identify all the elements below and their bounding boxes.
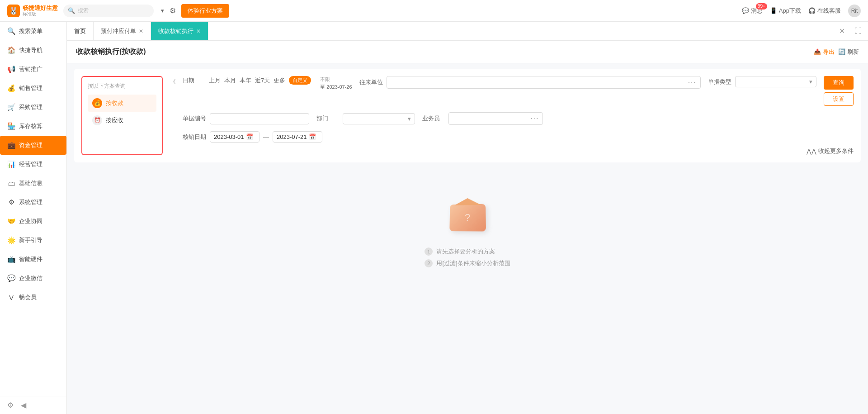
expand-tab-icon[interactable]: ⛶: [852, 25, 864, 38]
sidebar-icon-system: ⚙: [7, 198, 15, 206]
collapse-filter-button[interactable]: 《: [168, 76, 177, 155]
doc-no-input[interactable]: [214, 115, 305, 122]
counterpart-dots[interactable]: ···: [688, 78, 697, 86]
logo: 🐰 畅捷通好生意 标准版: [7, 5, 58, 17]
sidebar-label-basic: 基础信息: [19, 179, 42, 187]
search-bar[interactable]: 🔍 搜索: [63, 5, 154, 17]
date-7days[interactable]: 近7天: [255, 76, 270, 85]
doc-no-label: 单据编号: [183, 114, 206, 123]
filter-receipt-label: 按收款: [106, 99, 123, 107]
sidebar-item-purchase[interactable]: 🛒 采购管理: [0, 98, 66, 117]
filter-receivable-label: 按应收: [106, 116, 123, 124]
sidebar-item-inventory[interactable]: 🏪 库存核算: [0, 117, 66, 136]
calendar-start-icon: 📅: [246, 133, 253, 140]
export-button[interactable]: 📤 导出: [814, 48, 835, 56]
sidebar-icon-search: 🔍: [7, 27, 15, 35]
sidebar-item-weixin[interactable]: 💬 企业微信: [0, 269, 66, 288]
tab-receipt-writeoff[interactable]: 收款核销执行✕: [151, 22, 208, 40]
sidebar-icon-member: V: [7, 293, 15, 301]
sidebar-item-marketing[interactable]: 📢 营销推广: [0, 60, 66, 79]
refresh-button[interactable]: 🔄 刷新: [838, 48, 859, 56]
tab-close-prepay[interactable]: ✕: [139, 28, 143, 34]
date-separator: —: [263, 133, 269, 140]
gear-icon[interactable]: ⚙: [170, 6, 176, 15]
page-title: 收款核销执行(按收款): [76, 47, 146, 63]
sidebar-icon-hardware: 📺: [7, 255, 15, 263]
sidebar-label-member: 畅会员: [19, 293, 37, 301]
doc-type-select[interactable]: ▾: [735, 76, 816, 87]
top-bar: 🐰 畅捷通好生意 标准版 🔍 搜索 ▾ ⚙ 体验行业方案 💬 消息 99+ 📱 …: [0, 0, 868, 22]
date-more[interactable]: 更多: [274, 76, 285, 85]
staff-dots[interactable]: ···: [530, 114, 539, 123]
writeoff-start-text: 2023-03-01: [214, 133, 244, 140]
user-avatar[interactable]: Rit: [848, 5, 861, 17]
counterpart-input[interactable]: [391, 79, 686, 86]
doc-no-input-wrap: [210, 113, 309, 124]
sidebar-item-system[interactable]: ⚙ 系统管理: [0, 193, 66, 212]
writeoff-end-input[interactable]: 2023-07-21 📅: [273, 131, 322, 143]
tip-number-2: 2: [425, 259, 433, 267]
staff-input[interactable]: [453, 115, 528, 122]
sidebar-icon-purchase: 🛒: [7, 103, 15, 111]
sidebar-label-finance: 资金管理: [19, 141, 42, 149]
sidebar-item-sales[interactable]: 💰 销售管理: [0, 79, 66, 98]
date-custom-tag[interactable]: 自定义: [289, 76, 311, 85]
message-badge: 99+: [756, 3, 767, 10]
sidebar-label-sales: 销售管理: [19, 84, 42, 92]
empty-tip-1: 1 请先选择要分析的方案: [425, 247, 510, 256]
tab-label-receipt-writeoff: 收款核销执行: [158, 27, 193, 35]
message-button[interactable]: 💬 消息 99+: [742, 7, 763, 15]
sidebar-item-hardware[interactable]: 📺 智能硬件: [0, 250, 66, 269]
sidebar-item-guide[interactable]: 🌟 新手引导: [0, 231, 66, 250]
sidebar-icon-basic: 🗃: [7, 179, 15, 187]
query-button[interactable]: 查询: [824, 76, 854, 90]
sidebar-item-quick[interactable]: 🏠 快捷导航: [0, 41, 66, 60]
sidebar-bottom: ⚙ ◀: [0, 396, 66, 414]
collapse-sidebar-icon[interactable]: ◀: [21, 401, 26, 409]
doc-type-label: 单据类型: [708, 78, 731, 86]
filter-by-receivable[interactable]: ⏰ 按应收: [88, 112, 156, 129]
logo-icon: 🐰: [7, 5, 20, 17]
dept-select[interactable]: ▾: [343, 113, 415, 124]
collapse-more-label: 收起更多条件: [818, 147, 854, 155]
sidebar-label-system: 系统管理: [19, 198, 42, 206]
sidebar-label-quick: 快捷导航: [19, 46, 42, 54]
filter-sidebar-title: 按以下方案查询: [88, 82, 156, 90]
sidebar-label-search: 搜索菜单: [19, 27, 42, 35]
tab-prepay[interactable]: 预付冲应付单✕: [94, 22, 151, 40]
solution-button[interactable]: 体验行业方案: [181, 4, 229, 18]
tab-bar-right: ✕ ⛶: [835, 25, 868, 38]
query-area: 日期 上月 本月 本年 近7天 更多 自定义 不限: [183, 76, 854, 155]
content-area: 首页预付冲应付单✕收款核销执行✕ ✕ ⛶ 收款核销执行(按收款) 📤 导出 🔄: [67, 22, 868, 414]
refresh-label: 刷新: [847, 48, 859, 56]
tip-text-1: 请先选择要分析的方案: [436, 247, 495, 256]
dropdown-arrow[interactable]: ▾: [161, 7, 164, 14]
date-this-year[interactable]: 本年: [240, 76, 251, 85]
sidebar-label-operation: 经营管理: [19, 160, 42, 168]
collapse-more-button[interactable]: ⋀⋀ 收起更多条件: [183, 147, 854, 155]
sidebar-item-member[interactable]: V 畅会员: [0, 288, 66, 307]
sidebar-item-basic[interactable]: 🗃 基础信息: [0, 174, 66, 193]
page-actions: 📤 导出 🔄 刷新: [814, 48, 859, 62]
app-download-button[interactable]: 📱 App下载: [770, 7, 801, 15]
close-tab-icon[interactable]: ✕: [835, 25, 848, 38]
receipt-icon: 💰: [92, 98, 102, 108]
app-label: App下载: [779, 7, 801, 15]
staff-label: 业务员: [422, 114, 445, 123]
tab-home[interactable]: 首页: [67, 22, 94, 40]
setting-button[interactable]: 设置: [824, 92, 854, 106]
date-this-month[interactable]: 本月: [224, 76, 236, 85]
counterpart-input-wrap: ···: [387, 76, 701, 89]
customer-service-button[interactable]: 🎧 在线客服: [808, 7, 841, 15]
tab-close-receipt-writeoff[interactable]: ✕: [196, 28, 201, 34]
sidebar-item-finance[interactable]: 💼 资金管理: [0, 136, 66, 155]
date-last-month[interactable]: 上月: [209, 76, 221, 85]
sidebar-item-cooperation[interactable]: 🤝 企业协同: [0, 212, 66, 231]
settings-icon[interactable]: ⚙: [7, 401, 14, 409]
search-placeholder: 搜索: [78, 7, 89, 14]
writeoff-start-input[interactable]: 2023-03-01 📅: [210, 131, 259, 143]
filter-by-receipt[interactable]: 💰 按收款: [88, 95, 156, 112]
sidebar-label-purchase: 采购管理: [19, 103, 42, 111]
sidebar-item-operation[interactable]: 📊 经营管理: [0, 155, 66, 174]
sidebar-item-search[interactable]: 🔍 搜索菜单: [0, 22, 66, 41]
